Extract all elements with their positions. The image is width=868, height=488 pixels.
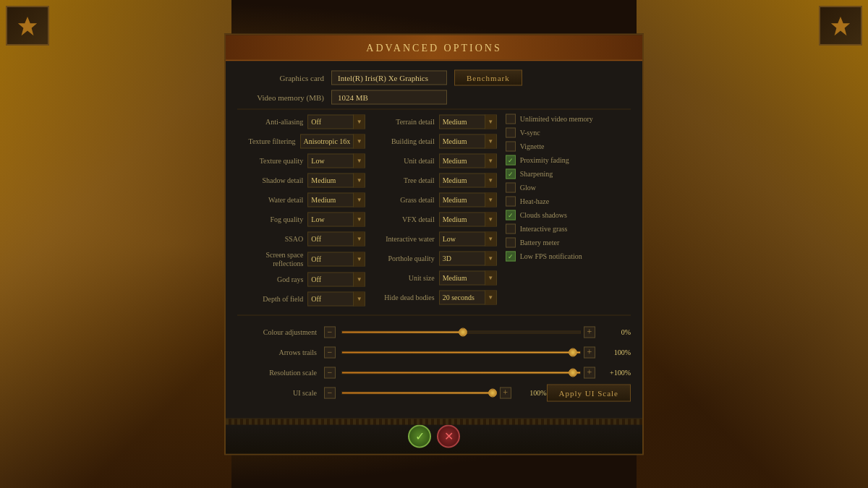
checkbox[interactable] [506,141,516,151]
slider-track[interactable] [341,391,497,394]
setting-select[interactable]: Medium ▼ [439,192,497,207]
dropdown-arrow-icon[interactable]: ▼ [353,252,365,266]
dropdown-arrow-icon[interactable]: ▼ [353,212,365,226]
checkbox[interactable] [506,155,516,165]
checkbox[interactable] [506,223,516,234]
slider-track[interactable] [341,330,581,333]
slider-thumb[interactable] [459,328,467,336]
slider-track[interactable] [341,371,581,374]
bg-gold-right [637,0,868,488]
dropdown-arrow-icon[interactable]: ▼ [485,251,496,265]
setting-select[interactable]: Medium ▼ [439,270,497,285]
checkbox-row[interactable]: Proximity fading [506,155,628,165]
graphics-card-value: Intel(R) Iris(R) Xe Graphics [331,70,447,85]
setting-select[interactable]: Medium ▼ [307,173,365,187]
left-setting-row: Texture quality Low ▼ [240,153,365,168]
dropdown-arrow-icon[interactable]: ▼ [353,153,365,168]
checkbox[interactable] [506,114,516,124]
apply-ui-scale-button[interactable]: Apply UI Scale [547,384,631,401]
checkbox-row[interactable]: Heat-haze [506,196,628,206]
setting-select[interactable]: Off ▼ [307,291,365,306]
dropdown-arrow-icon[interactable]: ▼ [485,153,496,168]
dropdown-arrow-icon[interactable]: ▼ [485,173,496,187]
checkbox-row[interactable]: Glow [506,182,628,192]
dropdown-arrow-icon[interactable]: ▼ [485,114,496,129]
checkbox-row[interactable]: V-sync [506,127,628,137]
setting-select[interactable]: Medium ▼ [439,134,497,148]
slider-value: 0% [598,328,631,336]
setting-select[interactable]: Medium ▼ [439,212,497,226]
corner-icon-tl [6,6,49,46]
dropdown-arrow-icon[interactable]: ▼ [485,290,496,304]
confirm-button[interactable]: ✓ [408,424,431,448]
dropdown-arrow-icon[interactable]: ▼ [485,192,496,207]
slider-plus-button[interactable]: + [584,367,595,378]
checkbox-row[interactable]: Clouds shadows [506,210,628,220]
checkbox[interactable] [506,251,516,261]
setting-select[interactable]: 20 seconds ▼ [439,290,497,304]
checkbox[interactable] [506,210,516,220]
dropdown-arrow-icon[interactable]: ▼ [353,173,365,187]
checkbox[interactable] [506,168,516,179]
middle-setting-row: Tree detail Medium ▼ [371,172,496,188]
dropdown-arrow-icon[interactable]: ▼ [353,192,365,207]
checkbox[interactable] [506,237,516,247]
dropdown-arrow-icon[interactable]: ▼ [485,212,496,226]
middle-setting-row: VFX detail Medium ▼ [371,211,496,227]
setting-select[interactable]: Off ▼ [307,114,365,129]
left-setting-row: Anti-aliasing Off ▼ [240,114,365,129]
dropdown-arrow-icon[interactable]: ▼ [485,231,496,246]
setting-select[interactable]: Medium ▼ [439,114,497,129]
checkbox-row[interactable]: Sharpening [506,168,628,179]
checkbox-row[interactable]: Unlimited video memory [506,114,628,124]
setting-label: Unit size [371,273,438,282]
left-setting-row: Texture filtering Anisotropic 16x ▼ [240,133,365,149]
checkbox-label: Glow [520,184,536,192]
checkbox[interactable] [506,182,516,192]
dropdown-arrow-icon[interactable]: ▼ [353,114,365,129]
setting-select[interactable]: Off ▼ [307,231,365,246]
setting-select[interactable]: Low ▼ [307,153,365,168]
slider-minus-button[interactable]: − [324,326,336,338]
dropdown-arrow-icon[interactable]: ▼ [353,231,365,246]
setting-select[interactable]: Low ▼ [307,212,365,226]
setting-select[interactable]: Medium ▼ [307,192,365,207]
checkbox[interactable] [506,196,516,206]
checkbox-label: Clouds shadows [520,211,567,219]
checkbox[interactable] [506,127,516,137]
slider-thumb[interactable] [569,368,577,377]
benchmark-button[interactable]: Benchmark [454,69,522,85]
checkbox-row[interactable]: Low FPS notification [506,251,628,261]
setting-select[interactable]: Low ▼ [439,231,497,246]
setting-value: Low [308,215,353,223]
slider-plus-button[interactable]: + [584,346,595,358]
dropdown-arrow-icon[interactable]: ▼ [485,134,496,148]
dropdown-arrow-icon[interactable]: ▼ [353,291,365,306]
checkbox-row[interactable]: Interactive grass [506,223,628,234]
checkbox-row[interactable]: Battery meter [506,237,628,247]
slider-label: Resolution scale [237,369,324,377]
dropdown-arrow-icon[interactable]: ▼ [353,272,365,286]
slider-track[interactable] [341,351,581,354]
slider-thumb[interactable] [569,348,577,356]
setting-select[interactable]: Medium ▼ [439,173,497,187]
dropdown-arrow-icon[interactable]: ▼ [353,134,365,148]
dropdown-arrow-icon[interactable]: ▼ [485,270,496,285]
checkbox-label: Vignette [520,142,545,150]
slider-plus-button[interactable]: + [500,387,511,398]
setting-select[interactable]: Anisotropic 16x ▼ [300,134,366,148]
setting-value: Anisotropic 16x [301,137,354,145]
setting-select[interactable]: Off ▼ [307,252,365,266]
setting-label: God rays [240,275,307,283]
setting-select[interactable]: Medium ▼ [439,153,497,168]
slider-row: Resolution scale − + +100% [237,364,631,380]
setting-select[interactable]: 3D ▼ [439,251,497,265]
cancel-button[interactable]: ✕ [437,424,460,448]
slider-minus-button[interactable]: − [324,387,336,398]
slider-thumb[interactable] [488,388,497,397]
checkbox-row[interactable]: Vignette [506,141,628,151]
setting-select[interactable]: Off ▼ [307,272,365,286]
slider-minus-button[interactable]: − [324,367,336,378]
slider-minus-button[interactable]: − [324,346,336,358]
slider-plus-button[interactable]: + [584,326,595,338]
